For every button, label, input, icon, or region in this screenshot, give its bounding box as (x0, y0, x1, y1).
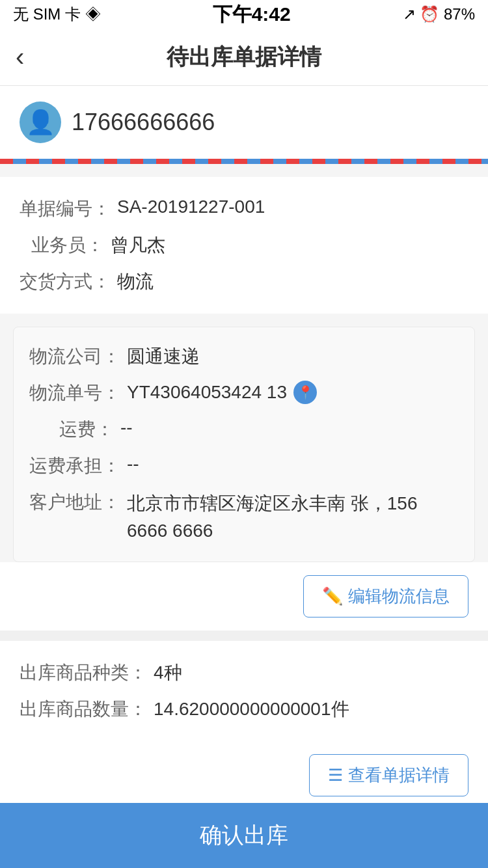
view-btn-row: ☰ 查看单据详情 (0, 741, 488, 809)
page-title: 待出库单据详情 (167, 42, 321, 72)
view-details-button[interactable]: ☰ 查看单据详情 (309, 754, 468, 796)
doc-no-label: 单据编号： (20, 197, 111, 221)
product-quantity-row: 出库商品数量： 14.620000000000001件 (20, 697, 468, 722)
address-value: 北京市市辖区海淀区永丰南 张，156 6666 6666 (127, 490, 459, 545)
product-type-row: 出库商品种类： 4种 (20, 660, 468, 685)
sim-label: 无 SIM 卡 ◈ (13, 4, 101, 25)
product-type-label: 出库商品种类： (20, 660, 147, 685)
doc-no-row: 单据编号： SA-20191227-001 (20, 197, 468, 221)
product-quantity-label: 出库商品数量： (20, 697, 147, 722)
logistics-company-value: 圆通速递 (127, 344, 459, 369)
confirm-button[interactable]: 确认出库 (0, 803, 488, 868)
address-row: 客户地址： 北京市市辖区海淀区永丰南 张，156 6666 6666 (29, 490, 459, 545)
tracking-value: YT43064053424 13 📍 (127, 381, 459, 404)
freight-bearer-value: -- (127, 454, 459, 474)
logistics-company-row: 物流公司： 圆通速递 (29, 344, 459, 369)
content-area: 👤 17666666666 单据编号： SA-20191227-001 业务员：… (0, 86, 488, 868)
tracking-label: 物流单号： (29, 381, 120, 405)
nav-bar: ‹ 待出库单据详情 (0, 29, 488, 86)
tracking-number: YT43064053424 13 (127, 382, 287, 403)
avatar: 👤 (20, 102, 61, 143)
status-bar: 无 SIM 卡 ◈ 下午4:42 ↗ ⏰ 87% (0, 0, 488, 29)
tracking-row: 物流单号： YT43064053424 13 📍 (29, 381, 459, 405)
status-left: 无 SIM 卡 ◈ (13, 4, 101, 25)
edit-btn-label: 编辑物流信息 (348, 585, 450, 608)
customer-card: 👤 17666666666 (0, 86, 488, 159)
logistics-company-label: 物流公司： (29, 344, 120, 369)
avatar-icon: 👤 (26, 109, 55, 136)
product-section: 出库商品种类： 4种 出库商品数量： 14.620000000000001件 (0, 641, 488, 741)
freight-bearer-row: 运费承担： -- (29, 454, 459, 478)
freight-row: 运费： -- (29, 417, 459, 442)
location-icon[interactable]: 📍 (293, 381, 317, 404)
customer-phone: 17666666666 (72, 109, 215, 136)
section-divider (0, 631, 488, 641)
freight-bearer-label: 运费承担： (29, 454, 120, 478)
status-time: 下午4:42 (213, 1, 291, 28)
delivery-method-value: 物流 (117, 269, 468, 294)
address-label: 客户地址： (29, 490, 120, 515)
product-type-value: 4种 (154, 660, 182, 685)
product-quantity-value: 14.620000000000001件 (154, 697, 349, 722)
delivery-method-label: 交货方式： (20, 269, 111, 294)
back-button[interactable]: ‹ (16, 42, 24, 72)
doc-no-value: SA-20191227-001 (117, 197, 468, 217)
battery-label: ↗ ⏰ 87% (403, 5, 475, 23)
edit-btn-row: ✏️ 编辑物流信息 (0, 562, 488, 631)
freight-value: -- (120, 417, 459, 438)
view-btn-label: 查看单据详情 (348, 764, 450, 787)
logistics-card: 物流公司： 圆通速递 物流单号： YT43064053424 13 📍 运费： … (13, 327, 475, 562)
delivery-method-row: 交货方式： 物流 (20, 269, 468, 294)
dashed-separator (0, 159, 488, 164)
sales-person-label: 业务员： (20, 233, 104, 258)
status-right: ↗ ⏰ 87% (403, 5, 475, 23)
freight-label: 运费： (29, 417, 114, 442)
confirm-btn-label: 确认出库 (200, 821, 288, 850)
order-info-section: 单据编号： SA-20191227-001 业务员： 曾凡杰 交货方式： 物流 (0, 177, 488, 314)
sales-person-value: 曾凡杰 (111, 233, 468, 258)
list-icon: ☰ (328, 765, 343, 785)
sales-person-row: 业务员： 曾凡杰 (20, 233, 468, 258)
edit-icon: ✏️ (322, 586, 343, 606)
edit-logistics-button[interactable]: ✏️ 编辑物流信息 (303, 575, 468, 617)
